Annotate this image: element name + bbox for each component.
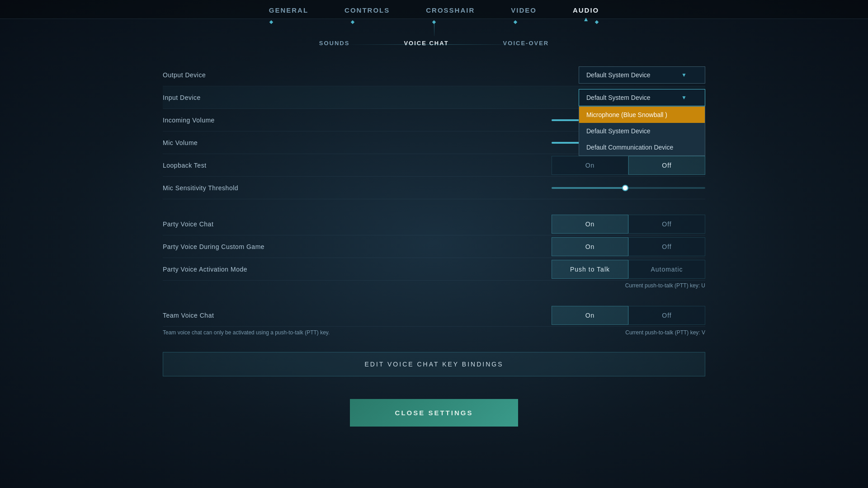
party-activation-label: Party Voice Activation Mode: [163, 266, 335, 273]
party-voice-toggle-group: On Off: [552, 215, 705, 234]
sub-nav: SOUNDS VOICE CHAT VOICE-OVER: [0, 36, 868, 55]
input-device-row: Input Device Default System Device ▼ Mic…: [163, 86, 705, 109]
input-device-label: Input Device: [163, 94, 335, 101]
team-voice-section: Team Voice Chat On Off Team voice chat c…: [0, 304, 868, 338]
output-device-arrow: ▼: [681, 72, 687, 78]
loopback-test-label: Loopback Test: [163, 162, 335, 169]
subtab-voice-over[interactable]: VOICE-OVER: [476, 36, 576, 50]
edit-keybindings-btn[interactable]: EDIT VOICE CHAT KEY BINDINGS: [163, 352, 705, 376]
tab-general[interactable]: GENERAL: [251, 0, 326, 19]
team-voice-chat-label: Team Voice Chat: [163, 312, 335, 319]
team-voice-note-row: Team voice chat can only be activated us…: [163, 327, 705, 338]
party-voice-section: Party Voice Chat On Off Party Voice Duri…: [0, 213, 868, 291]
input-device-value: Default System Device: [586, 94, 651, 101]
dropdown-opt-default-system[interactable]: Default System Device: [579, 123, 705, 139]
team-voice-off-btn[interactable]: Off: [628, 306, 705, 325]
output-device-row: Output Device Default System Device ▼: [163, 64, 705, 86]
output-device-dropdown[interactable]: Default System Device ▼: [579, 66, 705, 84]
top-nav: GENERAL CONTROLS CROSSHAIR VIDEO AUDIO: [0, 0, 868, 19]
party-voice-custom-label: Party Voice During Custom Game: [163, 243, 335, 250]
close-settings-container: CLOSE SETTINGS: [0, 399, 868, 427]
party-activation-row: Party Voice Activation Mode Push to Talk…: [163, 258, 705, 281]
close-settings-button[interactable]: CLOSE SETTINGS: [350, 399, 519, 427]
mic-volume-label: Mic Volume: [163, 139, 335, 146]
subtab-voice-chat[interactable]: VOICE CHAT: [377, 36, 476, 50]
dropdown-opt-default-comm[interactable]: Default Communication Device: [579, 139, 705, 155]
team-voice-toggle-group: On Off: [552, 306, 705, 325]
team-voice-on-btn[interactable]: On: [552, 306, 628, 325]
team-voice-note: Team voice chat can only be activated us…: [163, 329, 330, 336]
input-device-menu: Microphone (Blue Snowball ) Default Syst…: [579, 106, 705, 156]
party-voice-chat-row: Party Voice Chat On Off: [163, 213, 705, 235]
party-activation-toggle: Push to Talk Automatic: [552, 260, 705, 279]
mic-sensitivity-fill: [552, 187, 625, 189]
party-activation-auto-btn[interactable]: Automatic: [628, 260, 705, 279]
output-device-label: Output Device: [163, 71, 335, 79]
loopback-on-btn[interactable]: On: [552, 156, 628, 175]
tab-audio[interactable]: AUDIO: [555, 0, 617, 19]
output-device-value: Default System Device: [586, 71, 651, 79]
nav-dots-row: [0, 19, 868, 23]
team-ptt-key: Current push-to-talk (PTT) key: V: [625, 329, 705, 336]
input-device-arrow: ▼: [681, 94, 687, 101]
party-voice-custom-off-btn[interactable]: Off: [628, 237, 705, 256]
party-ptt-info: Current push-to-talk (PTT) key: U: [163, 281, 705, 291]
mic-sensitivity-label: Mic Sensitivity Threshold: [163, 184, 335, 192]
tab-video[interactable]: VIDEO: [493, 0, 555, 19]
tab-controls[interactable]: CONTROLS: [326, 0, 408, 19]
settings-content: Output Device Default System Device ▼ In…: [0, 55, 868, 199]
incoming-volume-label: Incoming Volume: [163, 117, 335, 124]
mic-sensitivity-thumb[interactable]: [622, 185, 628, 191]
party-voice-on-btn[interactable]: On: [552, 215, 628, 234]
subtab-sounds[interactable]: SOUNDS: [292, 36, 377, 50]
loopback-toggle-group: On Off: [552, 156, 705, 175]
mic-sensitivity-track[interactable]: [552, 187, 705, 189]
tab-crosshair[interactable]: CROSSHAIR: [408, 0, 493, 19]
loopback-off-btn[interactable]: Off: [628, 156, 705, 175]
party-voice-custom-on-btn[interactable]: On: [552, 237, 628, 256]
party-voice-off-btn[interactable]: Off: [628, 215, 705, 234]
party-voice-chat-label: Party Voice Chat: [163, 221, 335, 228]
loopback-test-row: Loopback Test On Off: [163, 154, 705, 177]
party-voice-custom-toggle: On Off: [552, 237, 705, 256]
party-voice-custom-row: Party Voice During Custom Game On Off: [163, 235, 705, 258]
team-voice-chat-row: Team Voice Chat On Off: [163, 304, 705, 327]
party-activation-ptt-btn[interactable]: Push to Talk: [552, 260, 628, 279]
dropdown-opt-snowball[interactable]: Microphone (Blue Snowball ): [579, 107, 705, 123]
mic-sensitivity-row: Mic Sensitivity Threshold: [163, 177, 705, 199]
input-device-dropdown[interactable]: Default System Device ▼: [579, 89, 705, 106]
